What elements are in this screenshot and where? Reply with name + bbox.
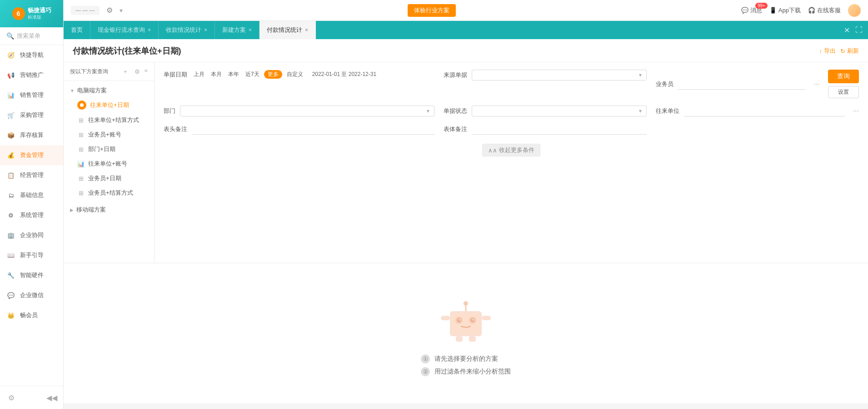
tab-receivable-close[interactable]: ×	[204, 27, 207, 33]
query-button[interactable]: 查询	[828, 70, 859, 83]
sidebar-item-system[interactable]: ⚙ 系统管理	[0, 205, 63, 225]
refresh-button[interactable]: ↻ 刷新	[840, 47, 859, 55]
scheme-add-button[interactable]: +	[121, 67, 130, 76]
body-note-input[interactable]	[472, 124, 647, 135]
collapse-sidebar-icon[interactable]: ◀◀	[45, 391, 59, 404]
sidebar-item-purchase[interactable]: 🛒 采购管理	[0, 105, 63, 125]
scheme-item-label: 往来单位+结算方式	[88, 116, 139, 124]
tab-payment-stat-close[interactable]: ×	[305, 27, 308, 33]
scheme-group-desktop-header[interactable]: ▼ 电脑端方案	[64, 84, 154, 97]
date-label: 单据日期	[164, 71, 187, 79]
sidebar-item-label: 畅会员	[20, 311, 38, 319]
app-download-button[interactable]: 📱 App下载	[769, 6, 801, 15]
tab-close-all-button[interactable]: ✕	[842, 24, 852, 36]
date-last-month[interactable]: 上月	[192, 70, 206, 79]
tab-receivable[interactable]: 收款情况统计 ×	[159, 21, 215, 39]
sidebar-search-item[interactable]: 🔍 搜索菜单	[0, 27, 63, 45]
mobile-group-header[interactable]: ▶ 移动端方案	[64, 203, 154, 217]
sidebar-item-guide[interactable]: 📖 新手引导	[0, 245, 63, 265]
scheme-item-unit-account[interactable]: 📊 往来单位+账号	[64, 157, 154, 171]
sidebar-item-sales[interactable]: 📊 销售管理	[0, 85, 63, 105]
date-custom[interactable]: 自定义	[285, 70, 305, 79]
scheme-item-dept-date[interactable]: ⊞ 部门+日期	[64, 142, 154, 157]
doc-status-arrow: ▾	[639, 108, 642, 114]
sidebar-item-finance[interactable]: 💰 资金管理	[0, 145, 63, 165]
sales-icon: 📊	[6, 91, 15, 100]
tab-payment-stat[interactable]: 付款情况统计 ×	[259, 21, 316, 39]
tab-cash-flow-close[interactable]: ×	[148, 27, 151, 33]
topbar-chevron-icon[interactable]: ▾	[120, 7, 123, 14]
topbar-settings-icon[interactable]: ⚙	[103, 4, 116, 17]
sidebar-item-label: 营销推广	[20, 71, 44, 79]
related-unit-input[interactable]	[684, 106, 845, 116]
scheme-item-label: 往来单位+账号	[88, 160, 127, 168]
topbar-title-bar: — — —	[71, 6, 100, 15]
settings-bottom-icon[interactable]: ⚙	[5, 391, 18, 404]
sidebar-item-label: 销售管理	[20, 91, 44, 99]
service-icon: 🎧	[808, 7, 815, 14]
settings-button[interactable]: 设置	[828, 86, 859, 98]
scheme-table-icon: ⊞	[77, 116, 85, 124]
export-button[interactable]: ↑ 导出	[819, 47, 836, 55]
body-note-label: 表体备注	[444, 125, 467, 133]
scheme-item-unit-settle[interactable]: ⊞ 往来单位+结算方式	[64, 113, 154, 127]
scheme-settings-button[interactable]: ⚙	[133, 67, 142, 76]
user-avatar[interactable]	[848, 4, 861, 17]
sidebar-item-inventory[interactable]: 📦 库存核算	[0, 125, 63, 145]
date-last-7[interactable]: 近7天	[244, 70, 261, 79]
tab-new-scheme-close[interactable]: ×	[249, 27, 252, 33]
page-header: 付款情况统计(往来单位+日期) ↑ 导出 ↻ 刷新	[64, 39, 868, 62]
page-header-actions: ↑ 导出 ↻ 刷新	[819, 47, 859, 55]
staff-dots-icon[interactable]: ···	[814, 80, 820, 88]
doc-status-label: 单据状态	[444, 107, 467, 115]
online-service-button[interactable]: 🎧 在线客服	[808, 6, 841, 15]
filter-staff-field: 业务员 ··· 查询 设置	[656, 70, 859, 98]
message-button[interactable]: 💬 消息 99+	[741, 6, 762, 15]
tab-expand-button[interactable]: ⛶	[853, 24, 864, 36]
tab-new-scheme[interactable]: 新建方案 ×	[215, 21, 259, 39]
dept-select[interactable]: ▾	[180, 106, 434, 116]
operations-icon: 📋	[6, 171, 15, 180]
scheme-table-icon: ⊞	[77, 146, 85, 153]
scheme-item-staff-settle[interactable]: ⊞ 业务员+结算方式	[64, 186, 154, 200]
tab-receivable-label: 收款情况统计	[166, 26, 201, 34]
sidebar-item-enterprise[interactable]: 🏢 企业协同	[0, 225, 63, 245]
scheme-item-label: 业务员+账号	[88, 131, 121, 139]
scheme-item-unit-date[interactable]: 往来单位+日期	[64, 97, 154, 113]
industry-scheme-button[interactable]: 体验行业方案	[408, 4, 456, 17]
tab-cash-flow[interactable]: 现金银行流水查询 ×	[90, 21, 159, 39]
quick-nav-icon: 🧭	[6, 50, 15, 60]
svg-rect-12	[456, 336, 463, 342]
sidebar-item-basic-info[interactable]: 🗂 基础信息	[0, 185, 63, 205]
doc-status-dropdown: ▾	[472, 106, 647, 116]
header-note-input[interactable]	[192, 124, 434, 135]
scheme-item-staff-date[interactable]: ⊞ 业务员+日期	[64, 171, 154, 186]
sidebar-item-operations[interactable]: 📋 经营管理	[0, 165, 63, 185]
sidebar-item-label: 资金管理	[20, 151, 44, 159]
source-doc-select[interactable]: ▾	[472, 70, 647, 81]
scheme-table-icon: ⊞	[77, 131, 85, 138]
scheme-panel-icons: + ⚙ «	[121, 67, 148, 76]
related-unit-dots-icon[interactable]: ···	[853, 107, 859, 115]
sidebar-item-member[interactable]: 👑 畅会员	[0, 305, 63, 325]
svg-rect-8	[441, 316, 450, 320]
doc-status-select[interactable]: ▾	[472, 106, 647, 116]
date-this-month[interactable]: 本月	[209, 70, 224, 79]
empty-tip-1: ① 请先选择要分析的方案	[421, 354, 511, 364]
tab-home[interactable]: 首页	[64, 21, 90, 39]
scheme-item-staff-account[interactable]: ⊞ 业务员+账号	[64, 127, 154, 142]
sidebar-item-hardware[interactable]: 🔧 智能硬件	[0, 265, 63, 285]
export-icon: ↑	[819, 48, 823, 55]
sidebar-item-quick-nav[interactable]: 🧭 快捷导航	[0, 45, 63, 65]
scheme-collapse-button[interactable]: «	[145, 67, 148, 76]
sidebar-item-wechat[interactable]: 💬 企业微信	[0, 285, 63, 305]
sidebar-item-marketing[interactable]: 📢 营销推广	[0, 65, 63, 85]
collapse-label: 收起更多条件	[499, 146, 534, 154]
date-this-year[interactable]: 本年	[226, 70, 241, 79]
staff-input[interactable]	[678, 79, 806, 90]
collapse-conditions-button[interactable]: ∧∧ 收起更多条件	[482, 144, 540, 157]
sidebar-bottom: ⚙ ◀◀	[0, 386, 63, 409]
date-more[interactable]: 更多	[264, 70, 282, 79]
topbar-right: 💬 消息 99+ 📱 App下载 🎧 在线客服	[741, 4, 861, 17]
filter-row-2: 部门 ▾ 单据状态	[164, 106, 859, 116]
